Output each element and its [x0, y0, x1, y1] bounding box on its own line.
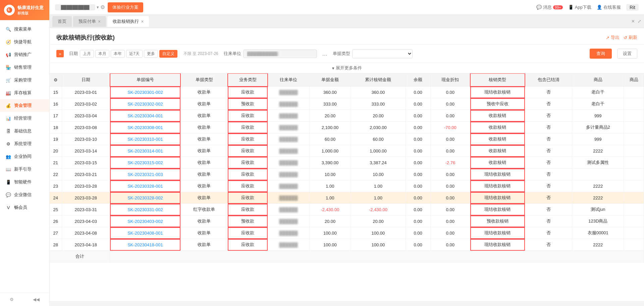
refresh-icon: ↺ [624, 35, 627, 40]
wechat-icon: 💬 [5, 192, 11, 198]
col-accum-amount[interactable]: 累计核销金额 [351, 73, 406, 86]
tabbar-expand-icon[interactable]: ⤢ [638, 19, 641, 24]
sidebar-item-guide[interactable]: 📖 新手引导 [0, 163, 49, 176]
doc-no-link[interactable]: SK-20230328-002 [127, 195, 163, 200]
filter-partner-input[interactable] [243, 50, 317, 58]
date-btn-this-year[interactable]: 本年 [111, 50, 125, 58]
col-goods[interactable]: 商品 [572, 73, 624, 86]
col-partner[interactable]: 往来单位 [268, 73, 309, 86]
tab-prepay-close[interactable]: × [98, 19, 101, 24]
sidebar-item-operations[interactable]: 📊 经营管理 [0, 112, 49, 125]
cell-num: 24 [50, 192, 62, 204]
money-icon: 💰 [5, 103, 11, 109]
col-biz-type[interactable]: 业务类型 [228, 73, 268, 86]
sidebar-gear-icon[interactable]: ⚙ [10, 297, 14, 302]
sidebar-item-collab[interactable]: 👥 企业协同 [0, 150, 49, 163]
cell-date: 2023-03-21 [62, 169, 110, 180]
setting-btn[interactable]: 设置 [617, 49, 637, 59]
cell-biz-type: 应收款 [228, 86, 268, 98]
tab-home[interactable]: 首页 [52, 16, 72, 27]
col-settings[interactable]: ⚙ [50, 73, 62, 86]
date-btn-custom[interactable]: 自定义 [159, 50, 177, 58]
sidebar-item-search[interactable]: 🔍 搜索菜单 [0, 23, 49, 36]
table-row: 23 2023-03-28 SK-20230328-001 收款单 应收款 ██… [50, 180, 644, 192]
doc-no-link[interactable]: SK-20230301-002 [127, 90, 163, 95]
cell-biz-type: 应收款 [228, 169, 268, 180]
sidebar-item-inventory[interactable]: 🏭 库存核算 [0, 86, 49, 99]
cell-partner: ██████ [268, 133, 309, 145]
filter-dots[interactable]: ... [322, 50, 327, 57]
vip-icon: V [5, 204, 11, 210]
doc-no-link[interactable]: SK-20230408-001 [127, 231, 163, 236]
doc-no-link[interactable]: SK-20230308-001 [127, 125, 163, 130]
filter-toggle-btn[interactable]: » [56, 50, 64, 57]
cell-cash-discount: -2.76 [430, 157, 470, 169]
user-name-display[interactable]: Rit [626, 4, 639, 11]
cell-accum-amount: 1.00 [351, 192, 406, 204]
refresh-btn[interactable]: ↺ 刷新 [624, 35, 637, 41]
online-service-btn[interactable]: 👤 在线客服 [597, 4, 621, 10]
sidebar-item-system[interactable]: ⚙ 系统管理 [0, 137, 49, 150]
sidebar-item-device[interactable]: 📱 智能硬件 [0, 176, 49, 188]
message-btn[interactable]: 💬 消息 99+ [536, 4, 563, 10]
doc-no-link[interactable]: SK-20230304-001 [127, 113, 163, 118]
col-goods2[interactable]: 商品 [624, 73, 644, 86]
query-btn[interactable]: 查询 [590, 49, 612, 59]
cell-balance: 0.00 [406, 122, 430, 133]
tab-verify-close[interactable]: × [141, 19, 144, 24]
doc-no-link[interactable]: SK-20230315-002 [127, 160, 163, 165]
warehouse-icon: 🏭 [5, 90, 11, 96]
doc-no-link[interactable]: SK-20230403-002 [127, 219, 163, 224]
date-btn-7days[interactable]: 近7天 [126, 50, 143, 58]
cell-cash-discount: 0.00 [430, 227, 470, 239]
col-verify-type[interactable]: 核销类型 [470, 73, 525, 86]
col-date[interactable]: 日期 [62, 73, 110, 86]
col-balance[interactable]: 余额 [406, 73, 430, 86]
app-download-btn[interactable]: 📱 App下载 [568, 4, 591, 10]
dropdown-icon[interactable]: ▾ [97, 5, 99, 10]
export-btn[interactable]: ↗ 导出 [606, 35, 620, 41]
sidebar-item-sales[interactable]: 🏪 销售管理 [0, 61, 49, 74]
tab-prepay[interactable]: 预应付单 × [73, 16, 106, 27]
phone-icon: 📱 [568, 5, 574, 10]
col-cash-discount[interactable]: 现金折扣 [430, 73, 470, 86]
doc-no-link[interactable]: SK-20230331-002 [127, 207, 163, 212]
solution-btn[interactable]: 体验行业方案 [108, 2, 143, 12]
sidebar-item-basic[interactable]: 🗄 基础信息 [0, 125, 49, 137]
cell-partner: ██████ [268, 157, 309, 169]
cell-biz-type: 应收款 [228, 239, 268, 251]
doc-no-link[interactable]: SK-20230418-001 [127, 242, 163, 247]
sidebar-item-finance[interactable]: 💰 资金管理 [0, 99, 49, 112]
doc-no-link[interactable]: SK-20230328-001 [127, 184, 163, 189]
tab-verify[interactable]: 收款核销执行 × [107, 16, 149, 27]
cell-goods: 多计量商品2 [572, 122, 624, 133]
col-has-settled[interactable]: 包含已结清 [525, 73, 572, 86]
sidebar-item-vip[interactable]: V 畅会员 [0, 201, 49, 214]
date-btn-more[interactable]: 更多 [144, 50, 158, 58]
table-row: 17 2023-03-04 SK-20230304-001 收款单 应收款 ██… [50, 110, 644, 122]
expand-more-btn[interactable]: ▾ 展开更多条件 [50, 63, 644, 73]
sidebar-item-marketing[interactable]: 📢 营销推广 [0, 48, 49, 61]
doc-no-link[interactable]: SK-20230310-001 [127, 137, 163, 142]
sidebar-item-wechat[interactable]: 💬 企业微信 [0, 188, 49, 201]
sidebar-item-purchase[interactable]: 🛒 采购管理 [0, 74, 49, 86]
service-icon: 👤 [597, 5, 602, 10]
sidebar-collapse-btn[interactable]: ◀◀ [33, 297, 40, 302]
tabbar-close-icon[interactable]: ✕ [631, 19, 635, 24]
doc-no-link[interactable]: SK-20230314-001 [127, 148, 163, 154]
date-btn-last-month[interactable]: 上月 [80, 50, 94, 58]
compass-icon: 🧭 [5, 39, 11, 45]
settings-topbar-icon[interactable]: ⚙ [100, 4, 105, 10]
cell-doc-type: 收款单 [180, 216, 228, 227]
col-doc-type[interactable]: 单据类型 [180, 73, 228, 86]
doc-no-link[interactable]: SK-20230321-003 [127, 172, 163, 177]
filter-doctype-select[interactable] [352, 49, 413, 58]
col-amount[interactable]: 单据金额 [309, 73, 351, 86]
bottom-scrollbar[interactable] [50, 301, 644, 306]
doc-no-link[interactable]: SK-20230302-002 [127, 102, 163, 107]
cell-date: 2023-03-08 [62, 122, 110, 133]
col-doc-no[interactable]: 单据编号 [110, 73, 181, 86]
sidebar-item-nav[interactable]: 🧭 快捷导航 [0, 36, 49, 48]
date-btn-this-month[interactable]: 本月 [95, 50, 109, 58]
brand-name[interactable]: ██████████ [55, 4, 95, 10]
